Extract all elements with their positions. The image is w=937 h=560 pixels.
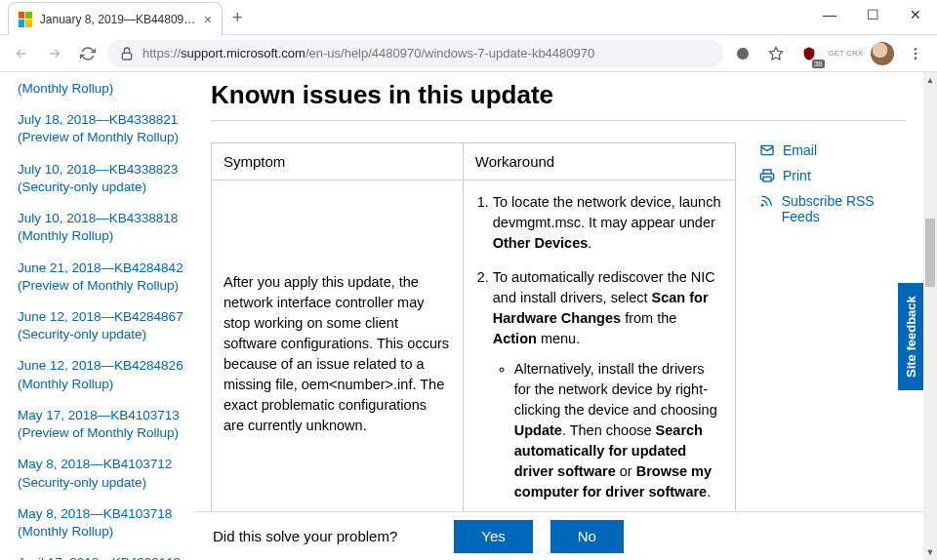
- sidebar-link[interactable]: June 12, 2018—KB4284826 (Monthly Rollup): [18, 357, 183, 392]
- sidebar-link[interactable]: July 18, 2018—KB4338821 (Preview of Mont…: [18, 111, 183, 146]
- back-button[interactable]: [8, 40, 35, 67]
- rss-link[interactable]: Subscribe RSS Feeds: [759, 193, 906, 224]
- menu-icon[interactable]: [902, 40, 929, 67]
- svg-point-4: [915, 57, 917, 60]
- sidebar-link[interactable]: May 8, 2018—KB4103712 (Security-only upd…: [18, 456, 183, 491]
- workaround-step-2: To automatically rediscover the NIC and …: [493, 267, 723, 502]
- survey-question: Did this solve your problem?: [213, 528, 397, 544]
- sidebar-link[interactable]: (Monthly Rollup): [18, 80, 183, 98]
- scroll-down-arrow[interactable]: ▼: [923, 544, 937, 560]
- address-bar[interactable]: https://support.microsoft.com/en-us/help…: [107, 40, 723, 67]
- sidebar-nav: (Monthly Rollup) July 18, 2018—KB4338821…: [0, 72, 193, 560]
- sidebar-link[interactable]: July 10, 2018—KB4338823 (Security-only u…: [18, 161, 183, 196]
- lock-icon: [119, 46, 135, 61]
- survey-no-button[interactable]: No: [550, 520, 624, 553]
- window-titlebar: January 8, 2019—KB4480970 (Mo × + ― ☐ ✕: [0, 0, 937, 35]
- browser-tab[interactable]: January 8, 2019—KB4480970 (Mo ×: [8, 2, 223, 35]
- known-issues-table: Symptom Workaround After you apply this …: [211, 142, 736, 529]
- symptom-cell: After you apply this update, the network…: [212, 180, 464, 529]
- workaround-step-1: To locate the network device, launch dev…: [493, 192, 723, 254]
- sidebar-link[interactable]: April 17, 2018—KB4093113 (Preview of Mon…: [18, 554, 183, 560]
- vertical-scrollbar[interactable]: ▲ ▼: [923, 72, 937, 560]
- tab-title: January 8, 2019—KB4480970 (Mo: [40, 13, 196, 26]
- new-tab-button[interactable]: +: [232, 8, 243, 28]
- main-content: Known issues in this update Symptom Work…: [193, 72, 923, 560]
- sidebar-link[interactable]: May 17, 2018—KB4103713 (Preview of Month…: [18, 407, 183, 442]
- scroll-up-arrow[interactable]: ▲: [923, 72, 937, 88]
- profile-avatar[interactable]: [869, 40, 896, 67]
- print-link[interactable]: Print: [759, 168, 906, 183]
- scroll-thumb[interactable]: [925, 219, 935, 287]
- survey-yes-button[interactable]: Yes: [454, 520, 532, 553]
- get-crx-icon[interactable]: GET CRX: [829, 40, 863, 67]
- table-header-symptom: Symptom: [212, 143, 464, 180]
- window-close-button[interactable]: ✕: [894, 0, 937, 29]
- sidebar-link[interactable]: June 21, 2018—KB4284842 (Preview of Mont…: [18, 260, 183, 295]
- svg-rect-0: [122, 53, 131, 60]
- table-header-workaround: Workaround: [463, 143, 735, 180]
- reload-button[interactable]: [74, 40, 102, 67]
- sidebar-link[interactable]: July 10, 2018—KB4338818 (Monthly Rollup): [18, 210, 183, 245]
- page-heading: Known issues in this update: [211, 80, 906, 121]
- action-rail: Email Print Subscribe RSS Feeds: [759, 142, 906, 529]
- svg-point-3: [915, 52, 917, 55]
- sidebar-link[interactable]: May 8, 2018—KB4103718 (Monthly Rollup): [18, 505, 183, 540]
- forward-button[interactable]: [41, 40, 68, 67]
- window-maximize-button[interactable]: ☐: [851, 0, 894, 29]
- bookmark-star-icon[interactable]: [762, 40, 790, 67]
- microsoft-favicon: [19, 12, 32, 27]
- site-feedback-button[interactable]: Site feedback: [898, 283, 923, 390]
- url-text: https://support.microsoft.com/en-us/help…: [143, 46, 594, 60]
- sidebar-link[interactable]: June 12, 2018—KB4284867 (Security-only u…: [18, 308, 183, 343]
- window-minimize-button[interactable]: ―: [808, 0, 851, 29]
- workaround-cell: To locate the network device, launch dev…: [463, 180, 735, 529]
- svg-point-2: [915, 48, 917, 51]
- extension-icon-1[interactable]: [729, 40, 756, 67]
- svg-rect-6: [763, 177, 771, 181]
- svg-point-1: [737, 48, 749, 60]
- workaround-substep: Alternatively, install the drivers for t…: [514, 359, 723, 502]
- svg-point-7: [761, 204, 763, 206]
- email-link[interactable]: Email: [759, 142, 906, 158]
- survey-bar: Did this solve your problem? Yes No: [193, 511, 923, 560]
- close-tab-icon[interactable]: ×: [204, 12, 212, 27]
- ublock-icon[interactable]: [795, 40, 823, 67]
- browser-toolbar: https://support.microsoft.com/en-us/help…: [0, 35, 937, 72]
